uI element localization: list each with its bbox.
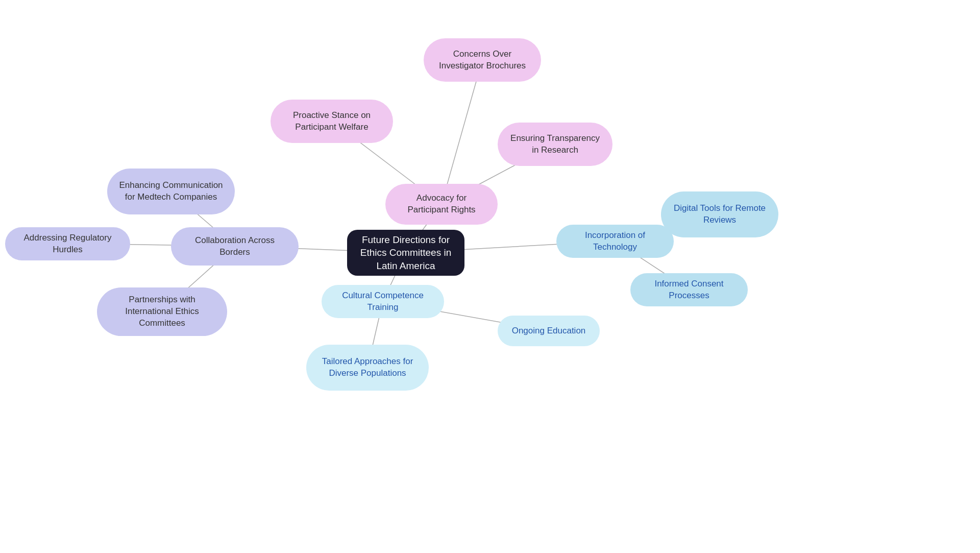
concerns-node[interactable]: Concerns Over Investigator Brochures (424, 38, 541, 82)
informed-consent-node[interactable]: Informed Consent Processes (630, 273, 748, 306)
enhancing-node[interactable]: Enhancing Communication for Medtech Comp… (107, 169, 235, 214)
collaboration-node[interactable]: Collaboration Across Borders (171, 227, 299, 266)
center-node[interactable]: Future Directions for Ethics Committees … (347, 230, 464, 276)
tailored-node[interactable]: Tailored Approaches for Diverse Populati… (306, 345, 429, 391)
addressing-node[interactable]: Addressing Regulatory Hurdles (5, 227, 130, 260)
advocacy-node[interactable]: Advocacy for Participant Rights (385, 184, 498, 225)
digital-tools-node[interactable]: Digital Tools for Remote Reviews (661, 191, 778, 237)
cultural-node[interactable]: Cultural Competence Training (322, 285, 444, 318)
proactive-node[interactable]: Proactive Stance on Participant Welfare (271, 100, 393, 143)
incorporation-node[interactable]: Incorporation of Technology (556, 225, 674, 258)
transparency-node[interactable]: Ensuring Transparency in Research (498, 123, 612, 166)
ongoing-node[interactable]: Ongoing Education (498, 316, 600, 346)
partnerships-node[interactable]: Partnerships with International Ethics C… (97, 287, 227, 336)
